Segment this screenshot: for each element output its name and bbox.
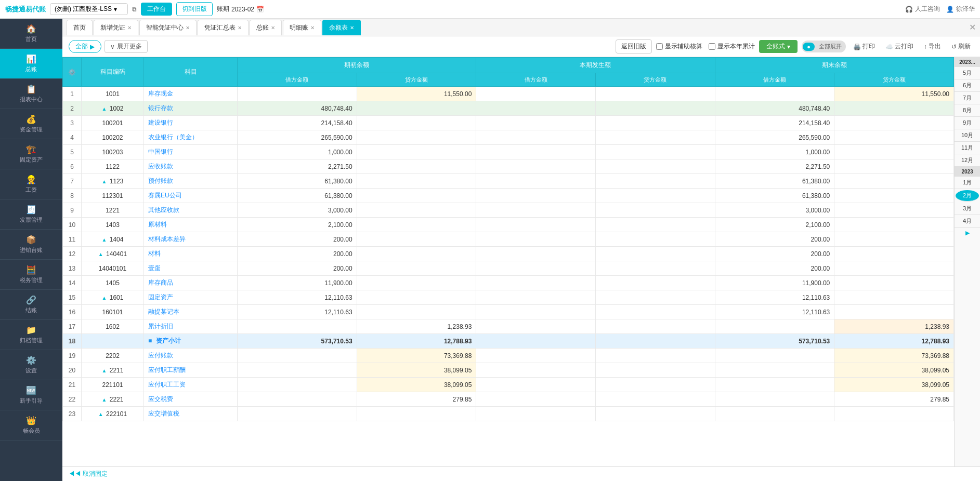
tab-balance-close[interactable]: ✕	[350, 25, 354, 31]
tab-smart-center[interactable]: 智能凭证中心 ✕	[139, 20, 197, 35]
tab-smart-center-close[interactable]: ✕	[186, 25, 190, 31]
sidebar-item-close[interactable]: 🔗 结账	[0, 290, 62, 320]
cell-name[interactable]: 预付账款	[144, 174, 238, 189]
cell-name[interactable]: 融提某记本	[144, 305, 238, 319]
sidebar-item-assets[interactable]: 🏗️ 固定资产	[0, 139, 62, 169]
cell-name[interactable]: 库存商品	[144, 276, 238, 290]
tab-balance[interactable]: 余额表 ✕	[322, 20, 361, 35]
tab-voucher-summary[interactable]: 凭证汇总表 ✕	[198, 20, 249, 35]
rp-month-4[interactable]: 4月	[955, 215, 980, 228]
rp-expand-icon[interactable]: ▶	[955, 228, 980, 238]
close-all-icon[interactable]: ✕	[969, 22, 976, 32]
cell-name[interactable]: 库存现金	[144, 87, 238, 101]
calendar-icon[interactable]: 📅	[256, 6, 264, 13]
user-menu[interactable]: 👤 徐泽华	[946, 5, 975, 14]
expand-row-icon[interactable]: ▲	[102, 237, 107, 243]
rp-month-8[interactable]: 8月	[955, 104, 980, 117]
rp-month-10[interactable]: 10月	[955, 129, 980, 142]
format-button[interactable]: 全账式 ▾	[759, 40, 798, 53]
tab-detail[interactable]: 明细账 ✕	[283, 20, 321, 35]
company-selector[interactable]: (勿删) 江西股圣-LSS ▾	[50, 3, 128, 15]
expand-row-icon[interactable]: ▲	[102, 179, 107, 184]
expand-row-icon[interactable]: ▲	[102, 295, 107, 301]
sidebar-item-archive[interactable]: 📁 归档管理	[0, 320, 62, 350]
rp-month-1[interactable]: 1月	[955, 177, 980, 189]
cell-name[interactable]: 应交增值税	[144, 407, 238, 421]
switch-old-button[interactable]: 切到旧版	[176, 2, 213, 16]
expand-row-icon[interactable]: ▲	[98, 411, 103, 417]
cloud-print-button[interactable]: ☁️ 云打印	[882, 41, 917, 52]
sidebar-item-salary[interactable]: 👷 工资	[0, 169, 62, 199]
tab-new-voucher[interactable]: 新增凭证 ✕	[94, 20, 138, 35]
rp-month-9[interactable]: 9月	[955, 117, 980, 129]
cell-name[interactable]: 原材料	[144, 218, 238, 232]
cell-period-debit: 1,000.00	[238, 145, 357, 159]
invoice-icon: 🧾	[26, 205, 36, 215]
sidebar-item-capital[interactable]: 💰 资金管理	[0, 109, 62, 139]
cell-name[interactable]: ■ 资产小计	[144, 334, 238, 349]
rp-month-12[interactable]: 12月	[955, 154, 980, 167]
cell-period-debit: 200.00	[238, 232, 357, 247]
rp-month-5[interactable]: 5月	[955, 67, 980, 79]
cell-name[interactable]: 壹蛋	[144, 261, 238, 276]
cell-name[interactable]: 应付账款	[144, 349, 238, 363]
tab-detail-close[interactable]: ✕	[310, 25, 315, 31]
cell-name[interactable]: 建设银行	[144, 116, 238, 130]
rp-month-7[interactable]: 7月	[955, 92, 980, 104]
print-button[interactable]: 🖨️ 打印	[850, 41, 878, 52]
sidebar-item-ledger[interactable]: 📊 总账	[0, 49, 62, 79]
expand-toggle[interactable]: ● 全部展开	[802, 41, 846, 52]
tab-new-voucher-close[interactable]: ✕	[127, 25, 132, 31]
tab-ledger-close[interactable]: ✕	[271, 25, 275, 31]
sidebar-item-tax[interactable]: 🧮 税务管理	[0, 260, 62, 290]
workbench-button[interactable]: 工作台	[141, 3, 172, 16]
expand-row-icon[interactable]: ▲	[98, 251, 103, 257]
refresh-button[interactable]: ↺ 刷新	[948, 41, 974, 52]
sidebar-item-report[interactable]: 📋 报表中心	[0, 79, 62, 109]
cell-name[interactable]: 材料成本差异	[144, 232, 238, 247]
expand-row-icon[interactable]: ▲	[102, 368, 107, 373]
show-ytd-checkbox[interactable]: 显示本年累计	[709, 42, 755, 51]
sidebar-item-invoice[interactable]: 🧾 发票管理	[0, 199, 62, 230]
cell-name[interactable]: 赛属EU公司	[144, 189, 238, 203]
cell-code: ▲ 1123	[82, 174, 144, 189]
cell-name[interactable]: 其他应收款	[144, 203, 238, 218]
cell-name[interactable]: 农业银行（美金）	[144, 130, 238, 145]
sidebar-item-member[interactable]: 👑 畅会员	[0, 410, 62, 440]
cell-name[interactable]: 应付职工工资	[144, 378, 238, 392]
cell-name[interactable]: 累计折旧	[144, 319, 238, 334]
rp-month-11[interactable]: 11月	[955, 142, 980, 154]
cell-name[interactable]: 银行存款	[144, 101, 238, 116]
back-old-button[interactable]: 返回旧版	[616, 39, 652, 54]
aux-checkbox-input[interactable]	[656, 43, 663, 50]
th-settings-icon[interactable]: ⚙️	[63, 58, 82, 87]
all-filter-button[interactable]: 全部 ▶	[69, 40, 101, 53]
show-aux-checkbox[interactable]: 显示辅助核算	[656, 42, 702, 51]
ytd-checkbox-input[interactable]	[709, 43, 715, 50]
tab-ledger[interactable]: 总账 ✕	[250, 20, 282, 35]
cell-name[interactable]: 固定资产	[144, 290, 238, 305]
sidebar-item-settings[interactable]: ⚙️ 设置	[0, 350, 62, 380]
service-button[interactable]: 🎧 人工咨询	[905, 5, 940, 14]
unpin-button[interactable]: ◀◀ 取消固定	[69, 470, 108, 478]
expand-more-button[interactable]: ∨ 展开更多	[104, 40, 148, 53]
rp-month-2-active[interactable]: 2月	[956, 190, 979, 202]
rp-month-3[interactable]: 3月	[955, 203, 980, 215]
tab-voucher-summary-close[interactable]: ✕	[238, 25, 242, 31]
copy-icon[interactable]: ⧉	[132, 6, 137, 13]
cell-name[interactable]: 材料	[144, 247, 238, 261]
sidebar-item-home[interactable]: 🏠 首页	[0, 19, 62, 49]
tab-home[interactable]: 首页	[67, 20, 93, 35]
cell-name[interactable]: 应收账款	[144, 159, 238, 174]
expand-row-icon[interactable]: ▲	[102, 397, 107, 403]
sidebar-item-guide[interactable]: 🆕 新手引导	[0, 380, 62, 410]
rp-month-6[interactable]: 6月	[955, 79, 980, 92]
cell-name[interactable]: 应付职工薪酬	[144, 363, 238, 378]
expand-row-icon[interactable]: ▲	[102, 106, 107, 112]
cell-curr-credit	[595, 305, 715, 319]
sidebar-item-stock[interactable]: 📦 进销台账	[0, 230, 62, 260]
cell-name[interactable]: 应交税费	[144, 392, 238, 407]
cell-name[interactable]: 中国银行	[144, 145, 238, 159]
cell-period-credit	[357, 101, 476, 116]
export-button[interactable]: ↑ 导出	[921, 41, 944, 52]
